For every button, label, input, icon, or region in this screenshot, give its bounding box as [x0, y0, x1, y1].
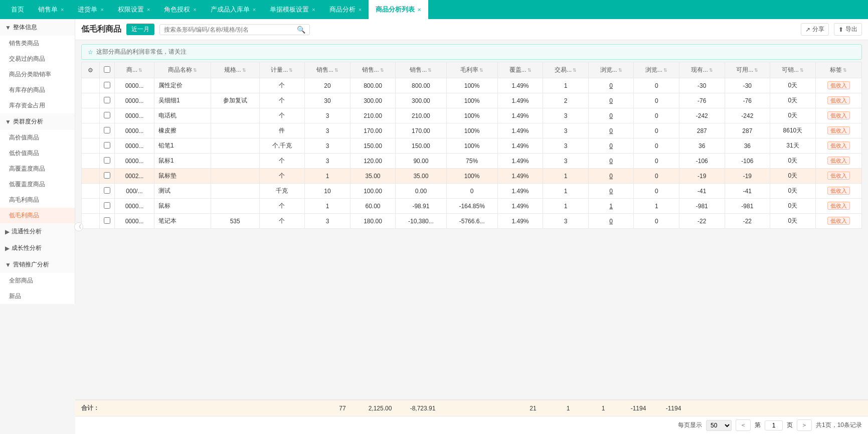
- close-purchase-order-icon[interactable]: ×: [100, 7, 103, 13]
- row-settings-7[interactable]: [82, 184, 100, 199]
- table-row[interactable]: 0002... 鼠标垫 个 1 35.00 35.00 100% 1.49% 1…: [82, 169, 862, 184]
- table-row[interactable]: 0000... 鼠标1 个 3 120.00 90.00 75% 1.49% 3…: [82, 154, 862, 169]
- table-row[interactable]: 0000... 属性定价 个 20 800.00 800.00 100% 1.4…: [82, 78, 862, 93]
- row-browse1-2[interactable]: 0: [588, 108, 634, 123]
- row-tag-3[interactable]: 低收入: [815, 123, 861, 138]
- nav-product-analysis[interactable]: 商品分析 ×: [322, 0, 369, 19]
- nav-home[interactable]: 首页: [4, 0, 31, 19]
- table-row[interactable]: 0000... 橡皮擦 件 3 170.00 170.00 100% 1.49%…: [82, 123, 862, 138]
- row-tag-5[interactable]: 低收入: [815, 154, 861, 169]
- row-checkbox-6[interactable]: [100, 169, 115, 184]
- row-browse1-3[interactable]: 0: [588, 123, 634, 138]
- sidebar-group-overall[interactable]: ▼ 整体信息: [0, 19, 75, 36]
- next-page-button[interactable]: ＞: [797, 419, 812, 431]
- th-unit[interactable]: 计量...⇅: [259, 62, 305, 78]
- period-button[interactable]: 近一月: [126, 24, 154, 35]
- close-product-inbound-icon[interactable]: ×: [253, 7, 256, 13]
- nav-product-analysis-list[interactable]: 商品分析列表 ×: [369, 0, 428, 19]
- row-checkbox-9[interactable]: [100, 214, 115, 229]
- row-tag-8[interactable]: 低收入: [815, 199, 861, 214]
- table-wrapper[interactable]: ⚙ 商...⇅ 商品名称⇅ 规格...⇅ 计量...⇅ 销售...⇅ 销售...…: [81, 62, 862, 399]
- close-role-auth-icon[interactable]: ×: [193, 7, 196, 13]
- th-spec[interactable]: 规格...⇅: [211, 62, 259, 78]
- th-settings[interactable]: ⚙: [82, 62, 100, 78]
- select-all-checkbox[interactable]: [104, 66, 110, 73]
- nav-product-inbound[interactable]: 产成品入库单 ×: [204, 0, 263, 19]
- page-size-select[interactable]: 50 100 200: [706, 420, 732, 431]
- row-checkbox-3[interactable]: [100, 123, 115, 138]
- sidebar-group-liquidity[interactable]: ▶ 流通性分析: [0, 223, 75, 240]
- th-available[interactable]: 可用...⇅: [725, 62, 770, 78]
- sidebar-item-low-margin[interactable]: 低毛利商品: [0, 208, 75, 223]
- th-code[interactable]: 商...⇅: [115, 62, 154, 78]
- row-checkbox-5[interactable]: [100, 154, 115, 169]
- row-settings-2[interactable]: [82, 108, 100, 123]
- row-checkbox-4[interactable]: [100, 138, 115, 154]
- row-settings-4[interactable]: [82, 138, 100, 154]
- row-browse1-8[interactable]: 1: [588, 199, 634, 214]
- row-browse1-6[interactable]: 0: [588, 169, 634, 184]
- nav-purchase-order[interactable]: 进货单 ×: [71, 0, 110, 19]
- row-browse1-1[interactable]: 0: [588, 93, 634, 108]
- table-row[interactable]: 0000... 电话机 个 3 210.00 210.00 100% 1.49%…: [82, 108, 862, 123]
- row-browse1-0[interactable]: 0: [588, 78, 634, 93]
- close-analysis-icon[interactable]: ×: [359, 7, 362, 13]
- th-coverage[interactable]: 覆盖...⇅: [497, 62, 543, 78]
- nav-sales-order[interactable]: 销售单 ×: [31, 0, 71, 19]
- nav-template-settings[interactable]: 单据模板设置 ×: [263, 0, 322, 19]
- table-row[interactable]: 0000... 铅笔1 个,千克 3 150.00 150.00 100% 1.…: [82, 138, 862, 154]
- th-name[interactable]: 商品名称⇅: [154, 62, 211, 78]
- sidebar-item-in-stock[interactable]: 有库存的商品: [0, 82, 75, 98]
- th-tag[interactable]: 标签⇅: [815, 62, 861, 78]
- sidebar-item-stock-capital[interactable]: 库存资金占用: [0, 98, 75, 113]
- row-tag-0[interactable]: 低收入: [815, 78, 861, 93]
- close-sales-order-icon[interactable]: ×: [61, 7, 64, 13]
- th-current-stock[interactable]: 现有...⇅: [679, 62, 725, 78]
- row-checkbox-0[interactable]: [100, 78, 115, 93]
- row-settings-8[interactable]: [82, 199, 100, 214]
- row-checkbox-7[interactable]: [100, 184, 115, 199]
- sidebar-item-new-products[interactable]: 新品: [0, 288, 75, 304]
- sidebar-group-marketing[interactable]: ▼ 营销推广分析: [0, 256, 75, 273]
- row-browse1-7[interactable]: 0: [588, 184, 634, 199]
- sidebar-collapse-button[interactable]: 《: [74, 222, 83, 231]
- nav-role-auth[interactable]: 角色授权 ×: [157, 0, 203, 19]
- row-checkbox-2[interactable]: [100, 108, 115, 123]
- th-sales-price[interactable]: 销售...⇅: [350, 62, 396, 78]
- table-row[interactable]: 0000... 吴细细1 参加复试 个 30 300.00 300.00 100…: [82, 93, 862, 108]
- th-sales-qty[interactable]: 销售...⇅: [305, 62, 351, 78]
- th-saleable[interactable]: 可销...⇅: [770, 62, 816, 78]
- sidebar-item-low-coverage[interactable]: 低覆盖度商品: [0, 177, 75, 192]
- row-tag-4[interactable]: 低收入: [815, 138, 861, 154]
- row-checkbox-1[interactable]: [100, 93, 115, 108]
- row-tag-7[interactable]: 低收入: [815, 184, 861, 199]
- row-settings-5[interactable]: [82, 154, 100, 169]
- prev-page-button[interactable]: ＜: [736, 419, 751, 431]
- close-permission-icon[interactable]: ×: [147, 7, 150, 13]
- th-transaction[interactable]: 交易...⇅: [543, 62, 589, 78]
- sidebar-item-all-products[interactable]: 全部商品: [0, 273, 75, 288]
- sidebar-group-cluster[interactable]: ▼ 类群度分析: [0, 113, 75, 130]
- row-tag-9[interactable]: 低收入: [815, 214, 861, 229]
- sidebar-item-traded-products[interactable]: 交易过的商品: [0, 51, 75, 67]
- th-checkbox[interactable]: [100, 62, 115, 78]
- table-row[interactable]: 0000... 鼠标 个 1 60.00 -98.91 -164.85% 1.4…: [82, 199, 862, 214]
- search-icon[interactable]: 🔍: [297, 26, 305, 34]
- row-checkbox-8[interactable]: [100, 199, 115, 214]
- share-button[interactable]: ↗ 分享: [801, 23, 829, 36]
- th-sales-amount[interactable]: 销售...⇅: [396, 62, 446, 78]
- page-number-input[interactable]: [765, 420, 783, 430]
- row-tag-6[interactable]: 低收入: [815, 169, 861, 184]
- th-browse1[interactable]: 浏览...⇅: [588, 62, 634, 78]
- nav-permission-settings[interactable]: 权限设置 ×: [111, 0, 157, 19]
- row-settings-6[interactable]: [82, 169, 100, 184]
- table-row[interactable]: 0000... 笔记本 535 个 3 180.00 -10,380... -5…: [82, 214, 862, 229]
- sidebar-item-low-value[interactable]: 低价值商品: [0, 146, 75, 161]
- row-settings-0[interactable]: [82, 78, 100, 93]
- row-settings-9[interactable]: [82, 214, 100, 229]
- row-tag-1[interactable]: 低收入: [815, 93, 861, 108]
- sidebar-item-high-coverage[interactable]: 高覆盖度商品: [0, 161, 75, 177]
- row-browse1-4[interactable]: 0: [588, 138, 634, 154]
- search-input[interactable]: [164, 26, 297, 33]
- sidebar-item-high-value[interactable]: 高价值商品: [0, 130, 75, 146]
